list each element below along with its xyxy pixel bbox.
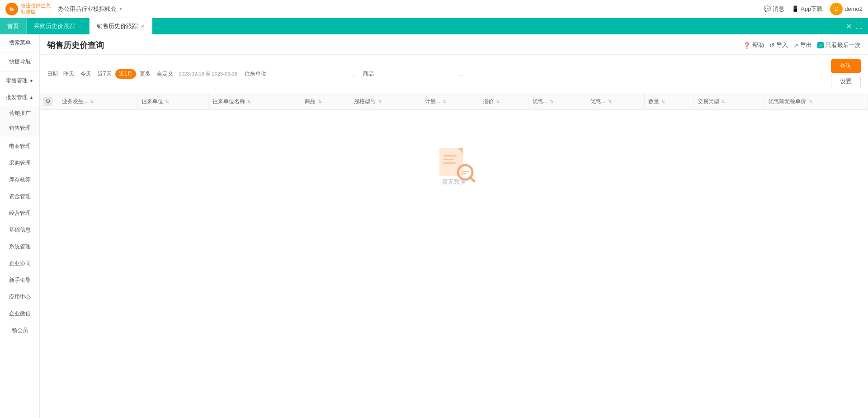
export-label: 导出: [800, 41, 812, 49]
spec-sort-icon[interactable]: ⇅: [378, 99, 382, 104]
partner-filter-input[interactable]: [268, 70, 349, 78]
import-button[interactable]: ↺ 导入: [769, 41, 788, 49]
sidebar-item-app-center[interactable]: 应用中心: [0, 289, 39, 305]
checkbox-teal-icon: ✓: [817, 42, 824, 48]
qty-sort-icon[interactable]: ⇅: [661, 99, 665, 104]
member-label: 畅会员: [12, 327, 28, 334]
message-button[interactable]: 💬 消息: [764, 5, 784, 13]
app-selector-label: 办公用品行业模拟账套: [58, 5, 117, 13]
sidebar-item-basic-info[interactable]: 基础信息: [0, 222, 39, 238]
date-btn-1month[interactable]: 近1月: [115, 69, 137, 79]
date-btn-more[interactable]: 更多: [137, 69, 153, 79]
sidebar-item-purchase-mgmt[interactable]: 采购管理: [0, 155, 39, 171]
tab-sales-history[interactable]: 销售历史价跟踪 ✕: [90, 18, 152, 34]
price-sort-icon[interactable]: ⇅: [496, 99, 500, 104]
pretax-price-sort-icon[interactable]: ⇅: [809, 99, 812, 104]
sales-history-close-icon[interactable]: ✕: [141, 24, 145, 29]
partner-name-sort-icon[interactable]: ⇅: [247, 99, 251, 104]
table-header-price: 报价 ⇅: [479, 93, 528, 110]
date-btn-7days[interactable]: 近7天: [95, 69, 114, 79]
svg-text:畅: 畅: [9, 7, 14, 12]
table-header-gear[interactable]: ⚙: [40, 93, 58, 110]
enterprise-label: 企业协同: [9, 260, 31, 267]
sidebar-item-enterprise[interactable]: 企业协同: [0, 255, 39, 272]
user-menu[interactable]: D demo2: [830, 3, 863, 15]
goods-sort-icon[interactable]: ⇅: [318, 99, 322, 104]
sidebar-item-search-menu[interactable]: 搜索菜单: [0, 34, 39, 51]
date-btn-today[interactable]: 今天: [78, 69, 94, 79]
empty-state: 暂无数据: [40, 110, 868, 222]
sidebar-item-system-mgmt[interactable]: 系统管理: [0, 238, 39, 255]
wholesale-mgmt-label: 批发管理: [6, 94, 28, 101]
sidebar-item-wholesale-mgmt[interactable]: 批发管理 ▲: [0, 89, 39, 106]
sidebar-subitem-marketing[interactable]: 营销推广: [0, 106, 39, 121]
tab-bar: 首页 采购历史价跟踪 ✕ 销售历史价跟踪 ✕ ✕ ⛶: [0, 18, 868, 34]
only-last-label: 只看最后一次: [826, 41, 861, 49]
date-btn-yesterday[interactable]: 昨天: [61, 69, 77, 79]
avatar: D: [830, 3, 843, 15]
app-download-button[interactable]: 📱 App下载: [792, 5, 823, 13]
help-label: 帮助: [752, 41, 764, 49]
close-tab-icon[interactable]: ✕: [846, 22, 852, 31]
sidebar-subitem-sales-mgmt[interactable]: 销售管理: [0, 121, 39, 136]
settings-button[interactable]: 设置: [831, 75, 861, 88]
help-button[interactable]: ❓ 帮助: [743, 41, 764, 49]
app-selector[interactable]: 办公用品行业模拟账套 ▼: [54, 5, 127, 13]
tab-home[interactable]: 首页: [0, 18, 27, 34]
search-menu-label: 搜索菜单: [9, 39, 31, 47]
svg-rect-2: [439, 148, 463, 176]
trade-type-sort-icon[interactable]: ⇅: [722, 99, 725, 104]
sidebar-item-ecom-mgmt[interactable]: 电商管理: [0, 138, 39, 155]
sales-history-tab-label: 销售历史价跟踪: [97, 22, 138, 30]
only-last-checkbox[interactable]: ✓ 只看最后一次: [817, 41, 861, 49]
export-icon: ↗: [793, 42, 798, 49]
sidebar-item-quick-nav[interactable]: 快捷导航: [0, 53, 39, 70]
wholesale-mgmt-arrow-icon: ▲: [29, 95, 34, 100]
table-header-qty: 数量 ⇅: [645, 93, 694, 110]
date-filter-group: 日期 昨天 今天 近7天 近1月 更多 自定义 2023-02-18 至 202…: [47, 69, 237, 79]
maximize-icon[interactable]: ⛶: [855, 22, 863, 30]
sidebar-item-inventory[interactable]: 库存核算: [0, 171, 39, 188]
tab-purchase-history[interactable]: 采购历史价跟踪 ✕: [27, 18, 90, 34]
empty-illustration: [436, 146, 472, 178]
page-title: 销售历史价查询: [47, 40, 104, 51]
partner-code-sort-icon[interactable]: ⇅: [165, 99, 169, 104]
date-filter-label: 日期: [47, 70, 58, 78]
date-range: 2023-02-18 至 2023-03-18: [179, 71, 237, 77]
sidebar-item-newbie[interactable]: 新手引导: [0, 272, 39, 289]
export-button[interactable]: ↗ 导出: [793, 41, 812, 49]
biz-date-sort-icon[interactable]: ⇅: [90, 99, 94, 104]
sidebar-item-member[interactable]: 畅会员: [0, 322, 39, 339]
unit-sort-icon[interactable]: ⇅: [443, 99, 446, 104]
inventory-label: 库存核算: [9, 176, 31, 184]
basic-info-label: 基础信息: [9, 226, 31, 234]
logo-text: 畅捷信好生意 标准版: [21, 3, 51, 14]
marketing-label: 营销推广: [9, 110, 31, 116]
discount1-label: 优惠...: [532, 98, 547, 104]
query-button[interactable]: 查询: [831, 59, 861, 73]
filter-bar: 日期 昨天 今天 近7天 近1月 更多 自定义 2023-02-18 至 202…: [40, 55, 868, 93]
sales-mgmt-label: 销售管理: [9, 125, 31, 131]
discount1-sort-icon[interactable]: ⇅: [550, 99, 553, 104]
sidebar-divider-3: [0, 137, 39, 137]
discount2-sort-icon[interactable]: ⇅: [608, 99, 612, 104]
enterprise-wechat-label: 企业微信: [9, 310, 31, 318]
goods-filter-input[interactable]: [376, 70, 457, 78]
sidebar-item-finance[interactable]: 资金管理: [0, 188, 39, 205]
top-bar-left: 畅 畅捷信好生意 标准版 办公用品行业模拟账套 ▼: [5, 3, 127, 15]
retail-mgmt-arrow-icon: ▼: [29, 78, 34, 83]
import-label: 导入: [776, 41, 788, 49]
logo-icon: 畅: [5, 3, 18, 15]
sidebar-divider-1: [0, 52, 39, 52]
trade-type-label: 交易类型: [698, 98, 719, 104]
date-btn-custom[interactable]: 自定义: [154, 69, 176, 79]
gear-icon[interactable]: ⚙: [43, 97, 52, 106]
partner-name-label: 往来单位名称: [212, 98, 245, 104]
purchase-history-close-icon[interactable]: ✕: [78, 24, 82, 29]
qty-label: 数量: [648, 98, 659, 104]
main-layout: 搜索菜单 快捷导航 零售管理 ▼ 批发管理 ▲ 营销推广 销售管理 电商管理 采…: [0, 34, 868, 418]
sidebar-item-enterprise-wechat[interactable]: 企业微信: [0, 305, 39, 322]
sidebar-item-ops-mgmt[interactable]: 经营管理: [0, 205, 39, 222]
table-header-row: ⚙ 业务发生... ⇅ 往来单位 ⇅ 往来单位名称 ⇅: [40, 93, 868, 110]
sidebar-item-retail-mgmt[interactable]: 零售管理 ▼: [0, 72, 39, 89]
